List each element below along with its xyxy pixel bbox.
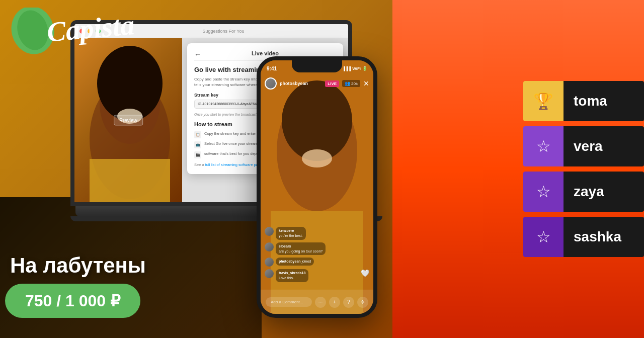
star-icon-vera: ☆ <box>536 137 551 156</box>
star-icon-zaya: ☆ <box>536 182 551 201</box>
comment-avatar-4 <box>265 269 274 278</box>
battery-icon: 🔋 <box>362 66 367 71</box>
leader-name-box-toma: toma <box>564 81 644 121</box>
comment-text-1: kenzoere you're the best. <box>276 227 306 240</box>
svg-rect-7 <box>90 159 170 202</box>
comment-text-2: eloears are you going on tour soon? <box>276 242 326 256</box>
leader-name-box-vera: vera <box>564 126 644 166</box>
phone-live-header: photosbyean LIVE 👥 20k ✕ <box>261 74 373 93</box>
signal-icon: ▐▐▐ <box>342 66 351 71</box>
star-icon-sashka: ☆ <box>536 227 551 246</box>
live-avatar <box>265 77 277 90</box>
logo-area: Capista <box>8 8 148 58</box>
more-icon[interactable]: ··· <box>315 297 326 308</box>
live-badge: LIVE <box>325 80 339 87</box>
heart-icon[interactable]: 🤍 <box>361 269 369 277</box>
phone-comments: kenzoere you're the best. eloears are yo… <box>261 223 373 289</box>
comment-item-1: kenzoere you're the best. <box>265 227 369 240</box>
leaderboard: 🏆 toma ☆ vera ☆ <box>523 81 644 257</box>
leader-icon-toma: 🏆 <box>523 81 564 121</box>
copy-icon: 📋 <box>194 131 201 138</box>
leader-item-zaya: ☆ zaya <box>523 172 644 212</box>
leader-name-toma: toma <box>574 93 607 109</box>
send-icon[interactable]: ✈ <box>357 297 368 308</box>
svg-text:Capista: Capista <box>46 9 136 48</box>
modal-title-header: Live video <box>252 50 279 56</box>
leader-item-toma: 🏆 toma <box>523 81 644 121</box>
add-icon[interactable]: + <box>329 297 340 308</box>
comment-avatar-2 <box>265 242 274 251</box>
screen-photo: Preview <box>74 38 182 202</box>
leader-item-vera: ☆ vera <box>523 126 644 166</box>
close-icon[interactable]: ✕ <box>363 79 369 88</box>
phone-screen: 9:41 ▐▐▐ WiFi 🔋 photosbyean LIVE <box>261 60 373 314</box>
leader-icon-sashka: ☆ <box>523 217 564 257</box>
comment-item-3: photosbyean joined <box>265 258 369 267</box>
live-username: photosbyean <box>280 81 322 86</box>
price-text: 750 / 1 000 ₽ <box>25 292 120 310</box>
comment-input-placeholder[interactable]: Add a Comment... <box>266 297 312 307</box>
phone-bottom-bar: Add a Comment... ··· + ? ✈ <box>261 290 373 314</box>
leader-name-box-sashka: sashka <box>564 217 644 257</box>
comment-text-3: photosbyean joined <box>276 258 314 266</box>
phone-mockup: 9:41 ▐▐▐ WiFi 🔋 photosbyean LIVE <box>247 56 387 338</box>
capista-logo: Capista <box>8 8 148 58</box>
trophy-icon: 🏆 <box>533 92 553 111</box>
phone-frame: 9:41 ▐▐▐ WiFi 🔋 photosbyean LIVE <box>257 56 377 318</box>
leader-item-sashka: ☆ sashka <box>523 217 644 257</box>
comment-avatar-3 <box>265 258 274 267</box>
comment-item-4: travis_shreds18 Love this. 🤍 <box>265 269 369 282</box>
bottom-icons: ··· + ? ✈ <box>315 297 368 308</box>
comment-text-4: travis_shreds18 Love this. <box>276 269 308 282</box>
left-section: Capista Suggestions For You <box>0 0 392 338</box>
question-icon[interactable]: ? <box>343 297 354 308</box>
preview-button[interactable]: Preview <box>114 115 143 126</box>
leader-name-vera: vera <box>574 138 603 154</box>
leader-name-box-zaya: zaya <box>564 172 644 212</box>
wifi-icon: WiFi <box>352 66 361 71</box>
live-viewers: 👥 20k <box>342 80 360 87</box>
status-icons: ▐▐▐ WiFi 🔋 <box>342 66 367 71</box>
leader-name-zaya: zaya <box>574 184 604 200</box>
price-pill: 750 / 1 000 ₽ <box>5 284 140 318</box>
status-time: 9:41 <box>267 66 277 71</box>
screen-icon: 📺 <box>194 141 201 148</box>
comment-item-2: eloears are you going on tour soon? <box>265 242 369 256</box>
back-arrow[interactable]: ← <box>194 50 201 58</box>
video-icon: 🎬 <box>194 151 201 158</box>
overlay-title: На лабутены <box>10 254 146 278</box>
right-section: 🏆 toma ☆ vera ☆ <box>392 0 644 338</box>
comment-avatar-1 <box>265 227 274 236</box>
main-container: Capista Suggestions For You <box>0 0 644 338</box>
leader-icon-zaya: ☆ <box>523 172 564 212</box>
leader-icon-vera: ☆ <box>523 126 564 166</box>
phone-notch <box>292 60 342 72</box>
leader-name-sashka: sashka <box>574 229 621 245</box>
